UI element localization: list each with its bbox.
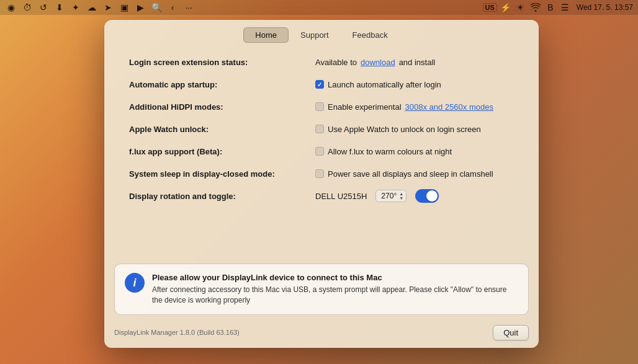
value-rotation: DELL U2515H 270° ▲ ▼	[315, 189, 439, 203]
checkbox-hidpi[interactable]	[315, 102, 324, 111]
tab-bar: Home Support Feedback	[104, 20, 539, 43]
download-link[interactable]: download	[361, 58, 395, 67]
row-hidpi: Additional HiDPI modes: Enable experimen…	[129, 100, 514, 113]
menubar-bluetooth-icon[interactable]: B	[544, 1, 557, 14]
label-hidpi: Additional HiDPI modes:	[129, 102, 315, 112]
menubar-brightness-icon[interactable]: ☀	[514, 1, 527, 14]
content-area: Login screen extension status: Available…	[104, 43, 539, 221]
value-flux: Allow f.lux to warm colours at night	[315, 147, 452, 156]
tab-feedback[interactable]: Feedback	[341, 27, 400, 43]
label-apple-watch: Apple Watch unlock:	[129, 125, 315, 134]
apple-watch-text: Use Apple Watch to unlock on login scree…	[328, 125, 481, 134]
menubar-right-icons: US ⚡ ☀ B ☰ Wed 17. 5. 13:57	[483, 1, 633, 14]
menubar-icon-photo[interactable]: ▣	[118, 1, 130, 14]
menubar-left-icons: ◉ ⏱ ↺ ⬇ ✦ ☁ ➤ ▣ ▶ 🔍 ‹ ···	[5, 1, 195, 14]
menubar-notification-icon[interactable]: ☰	[559, 1, 572, 14]
value-apple-watch: Use Apple Watch to unlock on login scree…	[315, 125, 481, 134]
hidpi-link[interactable]: 3008x and 2560x modes	[405, 102, 493, 112]
monitor-name: DELL U2515H	[315, 192, 367, 201]
label-auto-startup: Automatic app startup:	[129, 80, 315, 89]
label-rotation: Display rotation and toggle:	[129, 192, 315, 201]
checkbox-auto-startup[interactable]	[315, 80, 324, 89]
info-body: After connecting accessory to this Mac v…	[152, 285, 518, 306]
menubar-wifi-icon[interactable]	[529, 1, 542, 14]
row-apple-watch: Apple Watch unlock: Use Apple Watch to u…	[129, 122, 514, 136]
menubar-icon-cloud[interactable]: ☁	[86, 1, 98, 14]
rotation-value: 270°	[381, 192, 397, 200]
rotation-toggle[interactable]	[415, 189, 439, 203]
tab-support[interactable]: Support	[289, 27, 341, 43]
version-text: DisplayLink Manager 1.8.0 (Build 63.163)	[114, 329, 240, 336]
menubar-icon-rotate[interactable]: ↺	[37, 1, 50, 14]
checkbox-flux[interactable]	[315, 147, 324, 156]
info-text: Please allow your DisplayLink device to …	[152, 273, 518, 306]
menubar-icon-vidyo[interactable]: ◉	[5, 1, 17, 14]
row-login-screen: Login screen extension status: Available…	[129, 55, 514, 69]
quit-button[interactable]: Quit	[493, 325, 529, 340]
login-status-text: Available to	[315, 58, 357, 67]
footer: DisplayLink Manager 1.8.0 (Build 63.163)…	[104, 322, 539, 348]
checkbox-sleep[interactable]	[315, 169, 324, 178]
info-banner: i Please allow your DisplayLink device t…	[114, 264, 529, 315]
label-flux: f.lux app support (Beta):	[129, 147, 315, 156]
stepper-arrows-icon: ▲ ▼	[399, 192, 403, 200]
info-title: Please allow your DisplayLink device to …	[152, 273, 518, 282]
menubar-icon-send[interactable]: ➤	[102, 1, 114, 14]
menubar-clock: Wed 17. 5. 13:57	[577, 3, 633, 12]
menubar-icon-sparkle[interactable]: ✦	[70, 1, 82, 14]
checkbox-apple-watch[interactable]	[315, 125, 324, 133]
menubar-icon-play[interactable]: ▶	[134, 1, 146, 14]
menubar-keyboard-layout[interactable]: US	[483, 3, 497, 12]
row-sleep: System sleep in display-closed mode: Pow…	[129, 167, 514, 180]
hidpi-text: Enable experimental	[328, 102, 402, 112]
row-auto-startup: Automatic app startup: Launch automatica…	[129, 78, 514, 91]
menubar-battery-icon[interactable]: ⚡	[500, 1, 512, 14]
menubar-icon-more[interactable]: ···	[182, 1, 195, 14]
value-hidpi: Enable experimental 3008x and 2560x mode…	[315, 102, 493, 112]
menubar: ◉ ⏱ ↺ ⬇ ✦ ☁ ➤ ▣ ▶ 🔍 ‹ ··· US ⚡ ☀ B ☰ Wed…	[0, 0, 638, 15]
auto-startup-text: Launch automatically after login	[328, 80, 441, 89]
value-login-screen: Available to download and install	[315, 58, 435, 67]
value-auto-startup: Launch automatically after login	[315, 80, 441, 89]
sleep-text: Power save all displays and sleep in cla…	[328, 169, 493, 179]
flux-text: Allow f.lux to warm colours at night	[328, 147, 452, 156]
label-login-screen: Login screen extension status:	[129, 58, 315, 67]
main-window: Home Support Feedback Login screen exten…	[104, 20, 539, 348]
info-icon: i	[125, 273, 145, 293]
menubar-icon-search[interactable]: 🔍	[150, 1, 163, 14]
menubar-icon-time[interactable]: ⏱	[21, 1, 34, 14]
row-flux: f.lux app support (Beta): Allow f.lux to…	[129, 144, 514, 158]
label-sleep: System sleep in display-closed mode:	[129, 169, 315, 179]
login-status-suffix: and install	[399, 58, 436, 67]
menubar-icon-download[interactable]: ⬇	[53, 1, 66, 14]
menubar-icon-back[interactable]: ‹	[166, 1, 179, 14]
tab-home[interactable]: Home	[243, 27, 289, 43]
row-rotation: Display rotation and toggle: DELL U2515H…	[129, 189, 514, 203]
rotation-select[interactable]: 270° ▲ ▼	[375, 190, 407, 202]
value-sleep: Power save all displays and sleep in cla…	[315, 169, 493, 179]
spacer	[104, 221, 539, 259]
